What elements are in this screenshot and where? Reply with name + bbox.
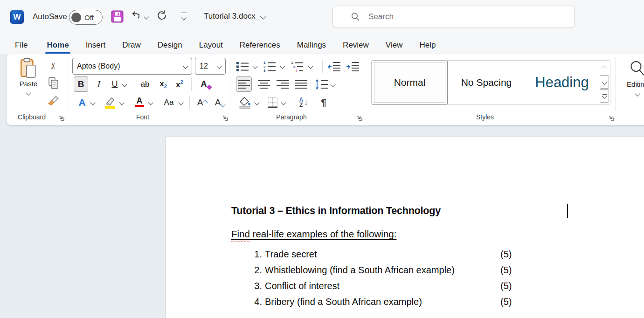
list-points: (5) [500,249,512,260]
customize-quick-access-toolbar-button[interactable] [180,13,187,21]
tab-insert[interactable]: Insert [85,41,107,50]
document-title[interactable]: Tutorial 3.docx [204,12,256,21]
document-title-chevron-icon[interactable] [260,14,266,20]
align-right-icon [277,80,289,89]
paste-button[interactable]: Paste [12,57,45,110]
shading-button[interactable] [237,95,252,110]
line-spacing-button[interactable] [314,76,329,92]
dialog-launcher-icon [222,115,228,121]
text-effects-chevron-icon[interactable] [90,100,95,105]
clear-formatting-letter: A [201,79,207,89]
clipboard-dialog-launcher[interactable] [58,114,64,121]
text-highlight-button[interactable] [102,95,118,110]
cut-button[interactable]: ✂ [47,59,61,72]
decrease-indent-button[interactable] [326,58,342,74]
align-left-button[interactable] [236,76,252,92]
show-hide-formatting-button[interactable]: ¶ [317,95,330,110]
tab-design[interactable]: Design [157,41,183,50]
redo-button[interactable] [157,10,168,23]
multilevel-chevron-icon[interactable] [308,63,313,69]
font-color-button[interactable]: A [132,95,147,110]
word-logo-icon[interactable]: W [10,10,24,24]
save-floppy-icon [111,10,124,23]
styles-scroll-down-button[interactable] [600,75,609,89]
bold-button[interactable]: B [74,76,88,92]
styles-dialog-launcher[interactable] [608,114,614,121]
list-item: 4. Bribery (find a South African example… [166,297,644,312]
font-color-chevron-icon[interactable] [148,100,153,105]
document-heading: Tutorial 3 – Ethics in Information Techn… [231,205,441,217]
subscript-button[interactable]: x2 [156,76,170,92]
change-case-button[interactable]: Aa [160,95,177,110]
font-size-select[interactable]: 12 [195,58,226,75]
styles-group-label: Styles [438,113,532,121]
tab-mailings[interactable]: Mailings [296,41,327,50]
font-dialog-launcher[interactable] [222,114,228,121]
copy-button[interactable] [47,76,61,90]
text-effects-button[interactable]: A [75,95,89,110]
tab-view[interactable]: View [385,41,404,50]
bullets-button[interactable] [235,58,250,74]
numbering-chevron-icon[interactable] [280,63,285,69]
mini-separator [191,78,192,91]
autosave-state: Off [84,14,94,21]
change-case-chevron-icon[interactable] [178,100,183,105]
style-normal-inner: Normal [374,62,445,103]
search-input[interactable]: Search [332,6,575,28]
paragraph-dialog-launcher[interactable] [356,114,362,121]
numbering-button[interactable]: 1 2 3 [262,58,277,74]
grow-font-button[interactable]: A [193,95,208,110]
shading-chevron-icon[interactable] [254,100,259,105]
styles-more-button[interactable] [600,89,609,103]
multilevel-list-button[interactable]: 1 a i [290,58,305,74]
borders-chevron-icon[interactable] [281,100,286,105]
title-bar: W AutoSave Off [0,0,644,34]
underline-chevron-icon[interactable] [122,82,127,87]
tab-help[interactable]: Help [418,41,436,50]
tab-review[interactable]: Review [342,41,370,50]
paste-clipboard-icon [20,58,37,78]
style-normal-label: Normal [394,77,426,88]
font-name-select[interactable]: Aptos (Body) [72,58,192,75]
format-painter-button[interactable] [47,94,61,107]
highlight-chevron-icon[interactable] [119,100,124,105]
style-no-spacing[interactable]: No Spacing [448,61,525,104]
styles-scroll-up-button[interactable] [600,61,609,75]
editing-button[interactable]: Editing [621,59,644,106]
line-spacing-chevron-icon[interactable] [330,82,335,87]
bullets-chevron-icon[interactable] [252,63,257,69]
numbering-3: 3 [263,69,266,72]
align-right-button[interactable] [275,76,290,92]
undo-button[interactable] [131,10,141,21]
strikethrough-button[interactable]: ab [137,76,153,92]
list-points: (5) [500,281,512,291]
borders-icon [267,97,278,108]
underline-button[interactable]: U [108,76,122,92]
list-points: (5) [500,265,512,276]
tab-layout[interactable]: Layout [198,41,224,50]
borders-button[interactable] [265,95,280,110]
italic-button[interactable]: I [93,76,105,92]
tab-home[interactable]: Home [46,41,69,50]
tab-draw[interactable]: Draw [121,41,142,50]
sort-down-arrow-icon: ↓ [304,98,308,107]
list-item: 1. Trade secret (5) [166,249,644,265]
autosave-toggle[interactable]: Off [69,10,103,25]
justify-icon [295,80,307,89]
style-heading[interactable]: Heading [525,61,599,104]
document-page[interactable]: Tutorial 3 – Ethics in Information Techn… [166,137,644,318]
undo-dropdown-chevron-icon[interactable] [144,14,149,19]
increase-indent-button[interactable] [345,58,361,74]
style-normal[interactable]: Normal [372,61,448,104]
save-button[interactable] [111,10,124,23]
shrink-font-button[interactable]: A [210,95,225,110]
superscript-button[interactable]: x2 [173,76,187,92]
align-center-button[interactable] [256,76,271,92]
clear-formatting-button[interactable]: A [195,76,213,92]
tab-references[interactable]: References [239,41,281,50]
font-size-value: 12 [200,62,217,70]
sort-button[interactable]: A Z ↓ [296,95,312,110]
svg-text:3: 3 [263,69,266,72]
justify-button[interactable] [294,76,309,92]
tab-file[interactable]: File [14,41,28,50]
